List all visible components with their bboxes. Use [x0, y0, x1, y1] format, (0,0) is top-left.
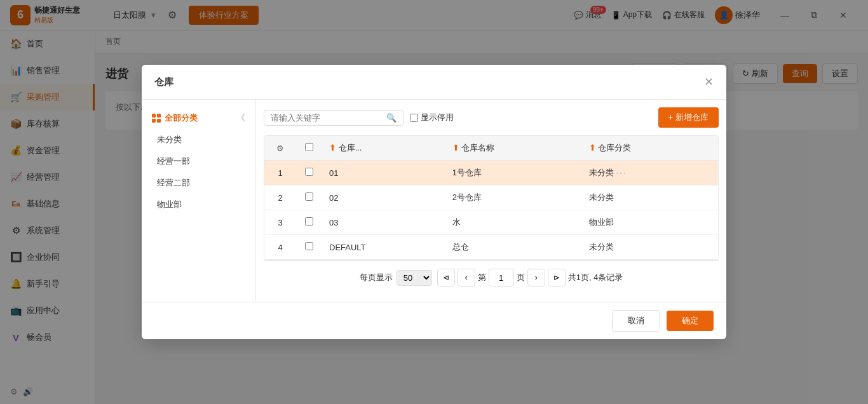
row-code: 03: [322, 210, 445, 235]
th-name-label: 仓库名称: [461, 143, 494, 152]
row-name: 2号仓库: [445, 185, 581, 210]
th-category: ⬆ 仓库分类: [581, 136, 718, 161]
modal-footer: 取消 确定: [142, 302, 726, 339]
row-category: 未分类 ···: [581, 161, 718, 185]
row-check[interactable]: [296, 235, 322, 260]
show-disabled-checkbox[interactable]: [410, 114, 418, 122]
show-disabled-label[interactable]: 显示停用: [410, 112, 454, 123]
th-checkbox: [296, 136, 322, 161]
th-cat-label: 仓库分类: [598, 143, 631, 152]
page-unit: 页: [517, 272, 525, 283]
th-name-sort-icon: ⬆: [452, 143, 459, 152]
page-label: 第: [478, 272, 486, 283]
row-num: 1: [264, 161, 296, 185]
row-check[interactable]: [296, 161, 322, 185]
th-cat-sort-icon: ⬆: [589, 143, 596, 152]
row-check[interactable]: [296, 210, 322, 235]
th-code-label: 仓库...: [339, 143, 362, 152]
confirm-button[interactable]: 确定: [667, 311, 714, 331]
th-settings[interactable]: ⚙: [264, 136, 296, 161]
row-name: 水: [445, 210, 581, 235]
table-row[interactable]: 2 02 2号仓库 未分类: [264, 185, 718, 210]
warehouse-modal: 仓库 ✕ 全部分类 《: [142, 65, 726, 339]
modal-header: 仓库 ✕: [142, 65, 726, 100]
row-name: 1号仓库: [445, 161, 581, 185]
category-collapse-button[interactable]: 《: [236, 112, 245, 124]
cancel-button[interactable]: 取消: [612, 310, 660, 332]
per-page-select[interactable]: 10 20 50 100: [397, 270, 432, 286]
pagination: 每页显示 10 20 50 100 ⊲ ‹ 第 页: [264, 260, 719, 294]
row-num: 2: [264, 185, 296, 210]
search-box: 🔍: [264, 110, 403, 126]
row-num: 4: [264, 235, 296, 260]
row-category: 未分类: [581, 185, 718, 210]
next-page-button[interactable]: ›: [527, 269, 545, 286]
category-sidebar: 全部分类 《 未分类 经营一部 经营二部 物业部: [142, 100, 256, 302]
row-num: 3: [264, 210, 296, 235]
category-title-text: 全部分类: [165, 112, 198, 124]
modal-title: 仓库: [154, 76, 173, 88]
last-page-button[interactable]: ⊳: [548, 269, 566, 286]
table-header-row: ⚙ ⬆ 仓库... ⬆ 仓库名称: [264, 136, 718, 161]
prev-page-button[interactable]: ‹: [458, 269, 475, 286]
more-dots-1[interactable]: ···: [616, 168, 627, 177]
row-code: 01: [322, 161, 445, 185]
table-row[interactable]: 4 DEFAULT 总仓 未分类: [264, 235, 718, 260]
sort-icon: ⬆: [329, 143, 336, 152]
show-disabled-text: 显示停用: [421, 112, 454, 123]
first-page-button[interactable]: ⊲: [437, 269, 455, 286]
row-category: 物业部: [581, 210, 718, 235]
grid-icon: [152, 114, 161, 123]
cat-item-unclassified[interactable]: 未分类: [142, 129, 255, 151]
select-all-checkbox[interactable]: [305, 143, 313, 151]
row-code: 02: [322, 185, 445, 210]
row-code: DEFAULT: [322, 235, 445, 260]
warehouse-table: ⚙ ⬆ 仓库... ⬆ 仓库名称: [264, 136, 718, 260]
cat-item-property[interactable]: 物业部: [142, 194, 255, 215]
category-header: 全部分类 《: [142, 107, 255, 129]
modal-close-button[interactable]: ✕: [704, 75, 714, 89]
row-name: 总仓: [445, 235, 581, 260]
row-check[interactable]: [296, 185, 322, 210]
search-input[interactable]: [271, 113, 383, 123]
search-icon: 🔍: [386, 113, 397, 123]
total-info: 共1页, 4条记录: [568, 272, 623, 283]
cat-item-dept1[interactable]: 经营一部: [142, 151, 255, 172]
warehouse-table-wrapper: ⚙ ⬆ 仓库... ⬆ 仓库名称: [264, 135, 719, 260]
th-name: ⬆ 仓库名称: [445, 136, 581, 161]
category-title: 全部分类: [152, 112, 198, 124]
page-size-control: 每页显示 10 20 50 100: [360, 270, 432, 286]
page-input[interactable]: [489, 269, 514, 286]
th-code: ⬆ 仓库...: [322, 136, 445, 161]
table-row[interactable]: 1 01 1号仓库 未分类 ···: [264, 161, 718, 185]
cat-item-dept2[interactable]: 经营二部: [142, 172, 255, 194]
modal-body: 全部分类 《 未分类 经营一部 经营二部 物业部 🔍: [142, 100, 726, 302]
per-page-label: 每页显示: [360, 272, 393, 283]
modal-overlay: 仓库 ✕ 全部分类 《: [0, 0, 868, 404]
page-navigation: ⊲ ‹ 第 页 › ⊳ 共1页, 4条记录: [437, 269, 623, 286]
add-warehouse-button[interactable]: + 新增仓库: [658, 107, 719, 128]
modal-content-area: 🔍 显示停用 + 新增仓库 ⚙: [256, 100, 726, 302]
table-row[interactable]: 3 03 水 物业部: [264, 210, 718, 235]
modal-toolbar: 🔍 显示停用 + 新增仓库: [264, 107, 719, 128]
row-category: 未分类: [581, 235, 718, 260]
